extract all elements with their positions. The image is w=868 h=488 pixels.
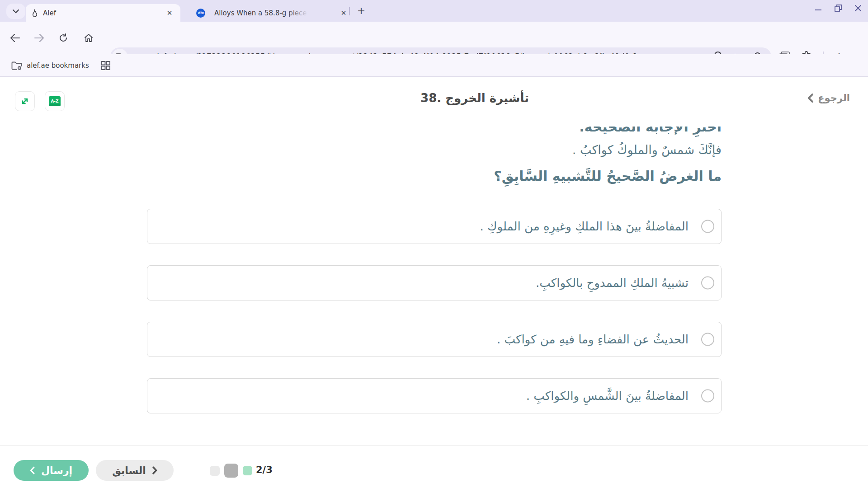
- browser-toolbar: moe.alefed.com/?1732386186255#/progress/…: [0, 22, 868, 54]
- fullscreen-button[interactable]: [15, 91, 35, 111]
- submit-label: إرسال: [41, 465, 72, 476]
- glossary-button[interactable]: A-Z: [45, 91, 65, 111]
- tab-alef[interactable]: Alef ✕: [26, 4, 180, 22]
- reload-button[interactable]: [55, 30, 71, 46]
- home-icon: [84, 33, 93, 42]
- window-controls: [815, 5, 862, 12]
- chevron-left-icon: [807, 94, 813, 103]
- answer-option-2[interactable]: تشبيهُ الملكِ الممدوحِ بالكواكبِ.: [147, 265, 722, 300]
- question-verse: فإنَّكَ شمسٌ والملوكُ كواكبُ .: [147, 143, 722, 157]
- lesson-header: A-Z 38. تأشيرة الخروج الرجوع: [0, 77, 868, 119]
- answer-option-1[interactable]: المفاضلةُ بينَ هذا الملكِ وغيرِهِ من الم…: [147, 209, 722, 244]
- answer-option-4[interactable]: المفاضلةُ بينَ الشَّمسِ والكواكبِ .: [147, 378, 722, 413]
- restore-icon[interactable]: [835, 5, 842, 12]
- radio-button[interactable]: [701, 220, 714, 233]
- filo-favicon: filo: [196, 9, 205, 18]
- expand-arrows-icon: [20, 96, 30, 106]
- tab-alloys[interactable]: filo Alloys When a 58.8-g piece of h ✕: [193, 4, 352, 22]
- close-window-icon[interactable]: [854, 5, 862, 12]
- back-button[interactable]: [7, 30, 23, 46]
- forward-arrow-icon: [34, 34, 44, 42]
- progress-step-done: [243, 466, 252, 475]
- az-book-icon: A-Z: [49, 96, 61, 106]
- minimize-icon[interactable]: [815, 5, 822, 12]
- tab-search-button[interactable]: [6, 4, 25, 19]
- close-tab-icon[interactable]: ✕: [338, 8, 349, 19]
- option-text: المفاضلةُ بينَ هذا الملكِ وغيرِهِ من الم…: [161, 209, 689, 244]
- radio-button[interactable]: [701, 389, 714, 403]
- option-text: الحديثُ عن الفضاءِ وما فيهِ من كواكبَ .: [161, 322, 689, 357]
- question-prompt: ما الغرضُ الصَّحيحُ للتَّشبيهِ السَّابِق…: [147, 168, 722, 184]
- forward-button[interactable]: [31, 30, 47, 46]
- option-text: المفاضلةُ بينَ الشَّمسِ والكواكبِ .: [161, 379, 689, 413]
- home-button[interactable]: [80, 30, 97, 46]
- progress-step-1: [210, 466, 220, 476]
- assessment-footer: إرسال السابق 2/3: [0, 446, 868, 488]
- previous-button[interactable]: السابق: [96, 460, 174, 481]
- radio-button[interactable]: [701, 277, 714, 290]
- submit-button[interactable]: إرسال: [14, 460, 89, 481]
- answer-option-3[interactable]: الحديثُ عن الفضاءِ وما فيهِ من كواكبَ .: [147, 322, 722, 357]
- back-arrow-icon: [10, 34, 20, 42]
- option-text: تشبيهُ الملكِ الممدوحِ بالكواكبِ.: [161, 266, 689, 300]
- new-tab-button[interactable]: +: [355, 5, 367, 17]
- tab-title: Alef: [43, 9, 56, 17]
- title-fade: [288, 9, 308, 17]
- progress-count: 2/3: [256, 465, 273, 475]
- chevron-left-icon: [30, 466, 35, 474]
- apps-grid-icon[interactable]: [101, 61, 111, 70]
- back-link[interactable]: الرجوع: [807, 77, 850, 119]
- page-title: 38. تأشيرة الخروج: [344, 77, 606, 119]
- chevron-down-icon: [13, 9, 19, 14]
- previous-label: السابق: [112, 465, 146, 476]
- bookmarks-bar: alef.ae bookmarks: [0, 54, 868, 77]
- close-tab-icon[interactable]: ✕: [164, 8, 175, 19]
- clipped-instruction: اخترِ الإجابةَ الصحيحةَ.: [147, 127, 722, 137]
- reload-icon: [59, 33, 68, 42]
- chevron-right-icon: [152, 466, 157, 474]
- tab-separator: [349, 7, 350, 15]
- back-label: الرجوع: [818, 93, 850, 103]
- progress-step-current: [224, 464, 238, 478]
- managed-bookmarks-folder-icon[interactable]: [11, 61, 22, 70]
- bookmarks-folder-label[interactable]: alef.ae bookmarks: [27, 61, 89, 70]
- radio-button[interactable]: [701, 333, 714, 346]
- alef-favicon: [31, 9, 38, 17]
- tab-strip: Alef ✕ filo Alloys When a 58.8-g piece o…: [0, 0, 868, 22]
